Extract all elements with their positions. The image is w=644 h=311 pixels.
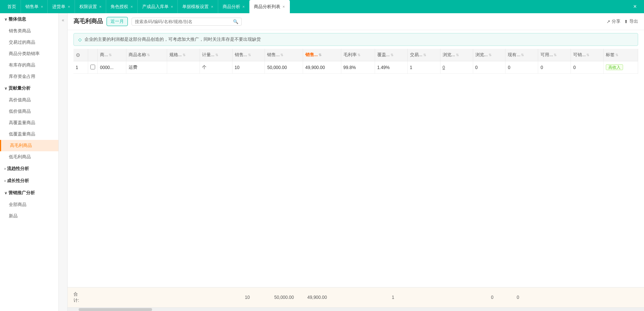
close-product-analysis-list[interactable]: ×	[283, 4, 285, 9]
horizontal-scrollbar[interactable]	[68, 307, 644, 311]
footer-transaction: 1	[392, 295, 414, 300]
total-label: 合计:	[73, 291, 83, 304]
data-table: ⚙ 商... ⇅ 商品名称 ⇅	[73, 49, 638, 74]
sidebar-section-marketing[interactable]: ∨ 营销推广分析	[0, 187, 58, 199]
cell-available-stock: 0	[538, 61, 571, 74]
sidebar-item-high-value[interactable]: 高价值商品	[0, 94, 58, 106]
sidebar-section-contribution[interactable]: ∨ 贡献量分析	[0, 82, 58, 94]
export-button[interactable]: ⬆ 导出	[624, 18, 638, 25]
top-nav: 首页 销售单 × 进货单 × 权限设置 × 角色授权 × 产成品入库单 × 单据…	[0, 0, 644, 13]
content-area: 高毛利商品 近一月 🔍 ↗ 分享 ⬆ 导出 ◇ 企业的主要的利润都是这部分商品创…	[68, 13, 644, 311]
cell-sales-amount: 50,000.00	[265, 61, 303, 74]
cell-unit: 个	[199, 61, 232, 74]
nav-home[interactable]: 首页	[3, 0, 21, 13]
share-icon: ↗	[607, 19, 610, 24]
col-spec[interactable]: 规格... ⇅	[167, 49, 199, 61]
footer-sellable: 0	[517, 295, 543, 300]
close-sales-order[interactable]: ×	[41, 4, 43, 9]
sidebar-item-low-coverage[interactable]: 低覆盖量商品	[0, 129, 58, 140]
sidebar-item-low-value[interactable]: 低价值商品	[0, 106, 58, 117]
sidebar-item-high-coverage[interactable]: 高覆盖量商品	[0, 117, 58, 129]
close-finished-goods[interactable]: ×	[171, 4, 173, 9]
nav-role-auth[interactable]: 角色授权 ×	[106, 0, 137, 13]
row-checkbox[interactable]	[90, 65, 95, 69]
share-button[interactable]: ↗ 分享	[607, 18, 620, 25]
sidebar-item-sales-goods[interactable]: 销售类商品	[0, 25, 58, 37]
cell-index: 1	[73, 61, 88, 74]
col-coverage[interactable]: 覆盖... ⇅	[375, 49, 407, 61]
col-transaction[interactable]: 交易... ⇅	[407, 49, 440, 61]
footer-sales-qty: 10	[245, 295, 274, 300]
search-icon[interactable]: 🔍	[233, 19, 238, 24]
close-purchase-order[interactable]: ×	[68, 4, 70, 9]
nav-purchase-order[interactable]: 进货单 ×	[48, 0, 75, 13]
notice-bar: ◇ 企业的主要的利润都是这部分商品创造的，可考虑加大推广，同时关注库存是不要出现…	[73, 33, 638, 46]
nav-product-analysis-list[interactable]: 商品分析列表 ×	[249, 0, 289, 13]
sidebar-item-all-goods[interactable]: 全部商品	[0, 199, 58, 210]
cell-sales-cost: 49,900.00	[303, 61, 341, 74]
col-current-stock[interactable]: 现有... ⇅	[506, 49, 538, 61]
sidebar-item-new-goods[interactable]: 新品	[0, 210, 58, 222]
sidebar-item-high-margin[interactable]: 高毛利商品	[0, 140, 58, 151]
nav-sales-order[interactable]: 销售单 ×	[21, 0, 48, 13]
col-checkbox	[88, 49, 98, 61]
nav-template-settings[interactable]: 单据模板设置 ×	[178, 0, 218, 13]
col-unit[interactable]: 计量... ⇅	[199, 49, 232, 61]
col-sales-cost[interactable]: 销售... ⇅	[303, 49, 341, 61]
sort-gross-margin-icon: ⇅	[357, 53, 360, 57]
close-role-auth[interactable]: ×	[130, 4, 133, 9]
table-wrapper[interactable]: ⚙ 商... ⇅ 商品名称 ⇅	[68, 49, 644, 287]
date-filter-month[interactable]: 近一月	[107, 17, 128, 26]
search-wrapper: 🔍	[132, 18, 242, 26]
col-code[interactable]: 商... ⇅	[98, 49, 126, 61]
sort-available-stock-icon: ⇅	[554, 53, 557, 57]
sort-name-icon: ⇅	[147, 53, 150, 57]
sidebar-item-category-rate[interactable]: 商品分类助销率	[0, 48, 58, 59]
sort-sales-qty-icon: ⇅	[248, 53, 251, 57]
search-input[interactable]	[135, 19, 233, 24]
col-browse2[interactable]: 浏览... ⇅	[473, 49, 506, 61]
nav-finished-goods[interactable]: 产成品入库单 ×	[138, 0, 178, 13]
content-header: 高毛利商品 近一月 🔍 ↗ 分享 ⬆ 导出	[68, 13, 644, 30]
close-product-analysis[interactable]: ×	[242, 4, 245, 9]
col-available-stock[interactable]: 可用... ⇅	[538, 49, 571, 61]
scrollbar-thumb[interactable]	[79, 308, 152, 311]
cell-sales-qty: 10	[232, 61, 265, 74]
cell-name: 运费	[126, 61, 167, 74]
close-all-tabs[interactable]: ×	[629, 3, 641, 10]
sidebar-section-overall[interactable]: ∨ 整体信息	[0, 13, 58, 25]
cell-current-stock: 0	[506, 61, 538, 74]
col-sellable[interactable]: 可销... ⇅	[571, 49, 604, 61]
sidebar-section-growth[interactable]: › 成长性分析	[0, 175, 58, 187]
sidebar-item-stock-goods[interactable]: 有库存的商品	[0, 59, 58, 71]
sidebar-section-flow[interactable]: › 流趋性分析	[0, 163, 58, 175]
col-sales-amount[interactable]: 销售... ⇅	[265, 49, 303, 61]
col-name[interactable]: 商品名称 ⇅	[126, 49, 167, 61]
cell-browse1[interactable]: 0	[440, 61, 473, 74]
close-template-settings[interactable]: ×	[211, 4, 213, 9]
col-sales-qty[interactable]: 销售... ⇅	[232, 49, 265, 61]
sort-code-icon: ⇅	[109, 53, 112, 57]
settings-icon[interactable]: ⚙	[76, 52, 80, 58]
cell-coverage: 1.49%	[375, 61, 407, 74]
footer-sales-cost: 49,900.00	[307, 295, 341, 300]
sort-sales-amount-icon: ⇅	[280, 53, 283, 57]
nav-permission-settings[interactable]: 权限设置 ×	[75, 0, 106, 13]
notice-icon: ◇	[78, 37, 82, 42]
sidebar-item-low-margin[interactable]: 低毛利商品	[0, 151, 58, 163]
sidebar-item-stock-capital[interactable]: 库存资金占用	[0, 71, 58, 82]
cell-spec	[167, 61, 199, 74]
col-settings[interactable]: ⚙	[73, 49, 88, 61]
nav-product-analysis[interactable]: 商品分析 ×	[218, 0, 249, 13]
col-gross-margin[interactable]: 毛利率 ⇅	[341, 49, 375, 61]
sort-current-stock-icon: ⇅	[521, 53, 524, 57]
sidebar-item-traded-goods[interactable]: 交易过的商品	[0, 37, 58, 48]
sidebar-collapse-btn[interactable]: «	[59, 13, 68, 311]
footer-available-stock: 0	[491, 295, 517, 300]
arrow-contribution: ∨	[4, 86, 7, 90]
col-tag[interactable]: 标签 ⇅	[604, 49, 638, 61]
col-browse1[interactable]: 浏览... ⇅	[440, 49, 473, 61]
close-permission-settings[interactable]: ×	[99, 4, 101, 9]
cell-checkbox[interactable]	[88, 61, 98, 74]
sidebar: ∨ 整体信息 销售类商品 交易过的商品 商品分类助销率 有库存的商品 库存资金占…	[0, 13, 59, 311]
